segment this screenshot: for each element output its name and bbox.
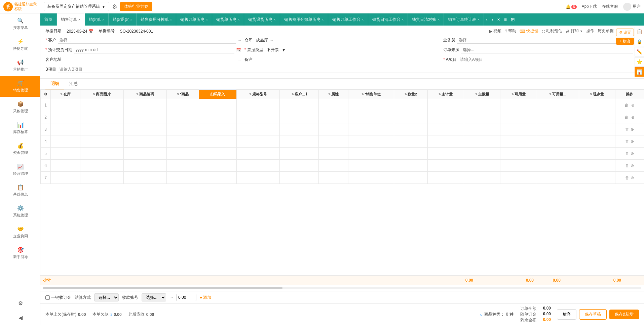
delete-icon[interactable]: 🗑	[625, 127, 629, 132]
online-service-link[interactable]: 在线客服	[602, 4, 618, 9]
col-current-stock[interactable]: ⇅现存量	[579, 90, 615, 99]
tab-sales-slip-history[interactable]: 销货单历史 ×	[212, 13, 244, 26]
col-qty2[interactable]: ⇅数量2	[394, 90, 427, 99]
delivery-date-input[interactable]	[74, 46, 234, 53]
sidebar-item-enterprise[interactable]: 🤝 企业协同	[0, 222, 40, 243]
sidebar-collapse[interactable]: ◀	[0, 311, 40, 325]
close-icon[interactable]: ×	[322, 18, 324, 22]
cell-attr[interactable]	[319, 99, 348, 111]
more-icon[interactable]: ···	[169, 295, 173, 300]
system-selector[interactable]: 装备及固定资产辅助管理系统 ▼	[44, 2, 109, 11]
tab-nav-left[interactable]: ‹	[484, 17, 490, 22]
close-icon[interactable]: ×	[438, 18, 440, 22]
cell-warehouse[interactable]	[51, 99, 80, 111]
delete-icon[interactable]: 🗑	[625, 175, 629, 180]
tab-sales-order[interactable]: 销售订单 ×	[57, 13, 85, 26]
salesperson-input[interactable]	[457, 37, 634, 44]
copy-icon[interactable]: ⊕	[631, 103, 635, 108]
delete-icon[interactable]: 🗑	[624, 115, 629, 120]
right-panel-lock[interactable]: 🔒	[635, 37, 644, 46]
app-download-link[interactable]: App下载	[582, 4, 597, 9]
notification-bell[interactable]: 🔔8	[566, 4, 577, 9]
sidebar-item-finance[interactable]: 💰 资金管理	[0, 138, 40, 159]
cell-code[interactable]	[123, 99, 166, 111]
close-icon[interactable]: ×	[238, 18, 240, 22]
sidebar-item-search[interactable]: 🔍 搜索菜单	[0, 13, 40, 34]
cell-cust-code[interactable]	[280, 111, 319, 123]
right-panel-edit[interactable]: ✏️	[635, 47, 644, 56]
deposit-checkbox[interactable]: 一键收订金	[45, 295, 71, 300]
deposit-amount-input[interactable]	[176, 294, 196, 301]
sidebar-item-operations[interactable]: 📈 经营管理	[0, 159, 40, 180]
settings-form-btn[interactable]: ⚙ 设置	[616, 29, 634, 36]
col-product[interactable]: ⇅*商品	[166, 90, 199, 99]
more-icon[interactable]: ···	[238, 57, 241, 62]
chevron-down-icon[interactable]: ▼	[282, 48, 286, 52]
discard-btn[interactable]: 放弃	[557, 309, 576, 320]
tab-nav-fullscreen[interactable]: ⊞	[509, 17, 517, 22]
calendar-icon[interactable]: 📅	[88, 29, 93, 34]
tab-detail[interactable]: 明细	[45, 79, 64, 89]
sidebar-item-inventory[interactable]: 📊 库存核算	[0, 118, 40, 138]
cell-sale-unit[interactable]	[348, 111, 394, 123]
help-btn[interactable]: ? 帮助	[505, 28, 516, 34]
col-spec[interactable]: ⇅规格型号	[236, 90, 279, 99]
delete-icon[interactable]: 🗑	[625, 151, 629, 156]
col-settings[interactable]: ⚙	[41, 90, 51, 99]
cell-avail[interactable]	[500, 99, 537, 111]
cell-warehouse[interactable]	[51, 135, 80, 148]
col-customer-code[interactable]: ⇅客户... ℹ	[280, 90, 319, 99]
horizontal-scrollbar[interactable]	[40, 285, 644, 291]
tab-return-history[interactable]: 销货退货历史 ×	[244, 13, 280, 26]
col-sale-unit[interactable]: ⇅*销售单位	[348, 90, 394, 99]
cell-qty2[interactable]	[394, 111, 427, 123]
sidebar-item-sales[interactable]: 🛒 销售管理	[0, 76, 40, 97]
copy-icon[interactable]: ⊕	[631, 139, 634, 144]
sidebar-item-system[interactable]: ⚙️ 系统管理	[0, 201, 40, 222]
profit-btn[interactable]: ◎ 毛利预估	[542, 28, 562, 34]
cell-spec[interactable]	[236, 111, 279, 123]
sidebar-item-base[interactable]: 📋 基础信息	[0, 180, 40, 201]
close-icon[interactable]: ×	[274, 18, 276, 22]
tab-summary[interactable]: 汇总	[64, 79, 83, 89]
cell-code[interactable]	[123, 111, 166, 123]
close-icon[interactable]: ×	[78, 18, 80, 22]
cell-main-unit[interactable]	[427, 99, 464, 111]
tab-sales-stat[interactable]: 销售订单统计表 ×	[444, 13, 484, 26]
close-icon[interactable]: ×	[130, 18, 132, 22]
more-icon[interactable]: ···	[238, 38, 241, 43]
view-btn[interactable]: ▶ 视频	[489, 28, 501, 34]
close-icon[interactable]: ×	[478, 18, 480, 22]
right-panel-doc[interactable]: 📋	[635, 27, 644, 36]
cell-main-qty[interactable]	[464, 99, 500, 111]
cell-avail2[interactable]	[537, 99, 579, 111]
more-icon[interactable]: ···	[270, 38, 273, 43]
close-icon[interactable]: ×	[206, 18, 208, 22]
col-warehouse[interactable]: ⇅仓库	[51, 90, 80, 99]
cell-warehouse[interactable]	[51, 172, 80, 184]
col-attr[interactable]: ⇅属性	[319, 90, 348, 99]
tab-sales-expense[interactable]: 销售费用分摊单 ×	[137, 13, 177, 26]
user-avatar[interactable]: 用户	[623, 3, 641, 11]
calendar-icon[interactable]: 📅	[236, 48, 241, 52]
tab-daily-workbench[interactable]: 钱货日清工作台 ×	[368, 13, 408, 26]
add-logistics-btn[interactable]: + 物流	[616, 38, 634, 45]
sidebar-item-marketing[interactable]: 📢 营销推广	[0, 55, 40, 76]
tab-sales-order-history[interactable]: 销售订单历史 ×	[176, 13, 212, 26]
gear-icon[interactable]: ⚙	[112, 3, 117, 10]
delete-icon[interactable]: 🗑	[625, 139, 629, 144]
remark-input[interactable]	[254, 56, 440, 63]
copy-icon[interactable]: ⊕	[631, 163, 634, 168]
cell-main-unit[interactable]	[427, 111, 464, 123]
tab-expense-history[interactable]: 销售费用分摊单历史 ×	[280, 13, 328, 26]
tab-nav-close[interactable]: ×	[495, 17, 502, 22]
b-project-input[interactable]	[58, 66, 639, 73]
deposit-checkbox-input[interactable]	[45, 295, 50, 300]
col-available2[interactable]: ⇅可用量...	[537, 90, 579, 99]
copy-icon[interactable]: ⊕	[631, 151, 634, 156]
customer-addr-input[interactable]	[63, 56, 236, 63]
payment-method-select[interactable]: 选择...	[94, 293, 119, 301]
draft-btn[interactable]: 保存草稿	[579, 309, 607, 320]
delete-icon[interactable]: 🗑	[625, 163, 629, 168]
tab-nav-menu[interactable]: ≡	[502, 17, 509, 22]
